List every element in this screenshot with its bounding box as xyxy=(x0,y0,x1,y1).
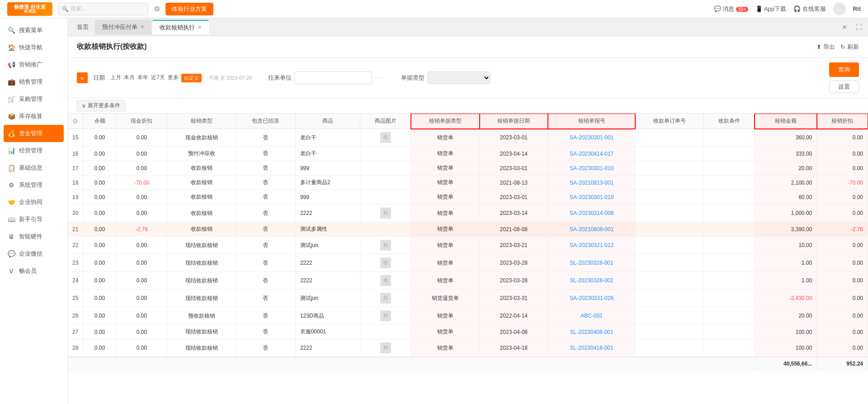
tab-close-all[interactable]: ✕ xyxy=(839,22,850,33)
bill-no-link[interactable]: SA-20230314-008 xyxy=(570,210,613,216)
bill-no-link[interactable]: SA-20230301-010 xyxy=(570,194,613,200)
row-cash-discount: 0.00 xyxy=(116,147,167,161)
row-receipt-order-no xyxy=(635,129,704,147)
sidebar-item-label: 企业协同 xyxy=(19,198,42,206)
col-included-settled: 包含已结清 xyxy=(236,114,295,129)
bill-no-link[interactable]: SL-20230328-002 xyxy=(570,277,613,284)
counterparty-input[interactable] xyxy=(294,71,372,84)
bill-no-link[interactable]: SL-20230418-001 xyxy=(570,345,613,351)
table-row: 15 0.00 0.00 现金收款核销 否 老白干 图 销货单 2023-03-… xyxy=(68,129,868,147)
sidebar-item-basicinfo[interactable]: 📋 基础信息 xyxy=(0,159,67,176)
date-link-this-year[interactable]: 本年 xyxy=(137,74,148,82)
bill-no-link[interactable]: SL-20230328-001 xyxy=(570,260,613,266)
row-bill-report-type: 销货单 xyxy=(411,325,480,339)
column-settings-icon[interactable]: ⚙ xyxy=(72,118,78,125)
col-bill-date: 核销单据日期 xyxy=(480,114,548,129)
row-bill-date: 2023-04-18 xyxy=(480,339,548,357)
row-goods: 2222 xyxy=(295,254,360,272)
hardware-icon: 🖥 xyxy=(7,233,15,241)
bill-type-select[interactable] xyxy=(427,71,491,84)
row-goods: 2222 xyxy=(295,272,360,290)
search-icon: 🔍 xyxy=(62,6,69,12)
bill-no-link[interactable]: ABC-001 xyxy=(580,313,603,319)
notification-btn[interactable]: 💬 消息 99+ xyxy=(714,5,748,13)
refresh-icon: ↻ xyxy=(840,43,845,50)
app-download-btn[interactable]: 📱 App下载 xyxy=(755,5,786,13)
sidebar-item-hardware[interactable]: 🖥 智能硬件 xyxy=(0,228,67,245)
row-write-off-amount: 2,100.00 xyxy=(755,176,817,190)
sidebar-item-guide[interactable]: 📖 新手引导 xyxy=(0,211,67,228)
tab-prepay[interactable]: 预付冲应付单 ✕ xyxy=(95,20,151,34)
sidebar-item-sales[interactable]: 💼 销售管理 xyxy=(0,73,67,90)
row-write-off-discount: 0.00 xyxy=(817,325,868,339)
global-search[interactable]: 🔍 搜索... xyxy=(58,3,148,15)
row-goods-img: 图 xyxy=(360,290,411,307)
headset-icon: 🎧 xyxy=(793,5,801,12)
row-bill-no: SA-20210813-001 xyxy=(548,176,635,190)
sidebar-item-operations[interactable]: 📊 经营管理 xyxy=(0,142,67,159)
date-custom-btn[interactable]: 自定义 xyxy=(181,74,202,82)
row-receipt-condition xyxy=(704,176,755,190)
avatar[interactable] xyxy=(833,3,846,15)
industry-solution-btn[interactable]: 体验行业方案 xyxy=(165,3,213,15)
sidebar-item-system[interactable]: ⚙ 系统管理 xyxy=(0,176,67,194)
row-write-off-amount: 20.00 xyxy=(755,161,817,176)
sidebar-item-finance[interactable]: 💰 资金管理 xyxy=(4,125,64,142)
sidebar-item-member[interactable]: V 畅会员 xyxy=(0,262,67,280)
sidebar-item-collab[interactable]: 🤝 企业协同 xyxy=(0,194,67,211)
export-btn[interactable]: ⬆ 导出 xyxy=(816,43,835,51)
col-type: 核销类型 xyxy=(167,114,236,129)
date-link-this-month[interactable]: 本月 xyxy=(124,74,135,82)
sidebar-item-wechat[interactable]: 💬 企业微信 xyxy=(0,245,67,262)
row-id: 18 xyxy=(68,176,83,190)
col-goods-img: 商品图片 xyxy=(360,114,411,129)
refresh-btn[interactable]: ↻ 刷新 xyxy=(840,43,859,51)
row-bill-date: 2021-08-13 xyxy=(480,176,548,190)
sidebar-item-label: 智能硬件 xyxy=(19,233,42,241)
tab-writeoff-close[interactable]: ✕ xyxy=(198,24,202,30)
row-type: 收款核销 xyxy=(167,190,236,204)
bill-no-link[interactable]: SA-20230321-012 xyxy=(570,242,613,248)
home-icon: 🏠 xyxy=(7,43,15,52)
tab-writeoff[interactable]: 收款核销执行 ✕ xyxy=(152,20,209,34)
row-write-off-discount: 0.00 xyxy=(817,339,868,357)
row-goods: 2222 xyxy=(295,339,360,357)
table-header-row: ⚙ 余额 现金折扣 核销类型 包含已结清 商品 商品图片 核销单据类型 核销单据… xyxy=(68,114,868,129)
row-type: 预付冲应收 xyxy=(167,147,236,161)
sidebar-item-inventory[interactable]: 📦 库存核算 xyxy=(0,108,67,125)
row-write-off-amount: 1.00 xyxy=(755,254,817,272)
table-row: 28 0.00 0.00 现结收款核销 否 2222 图 销货单 2023-04… xyxy=(68,339,868,357)
bill-no-link[interactable]: SA-20230301-010 xyxy=(570,165,613,171)
date-link-more[interactable]: 更多 xyxy=(168,74,179,82)
tab-prepay-close[interactable]: ✕ xyxy=(140,24,144,30)
bill-no-link[interactable]: SA-20210813-001 xyxy=(570,180,613,186)
gear-icon[interactable]: ⚙ xyxy=(154,5,160,13)
sidebar-item-purchase[interactable]: 🛒 采购管理 xyxy=(0,90,67,108)
bill-no-link[interactable]: SA-20230301-001 xyxy=(570,134,613,141)
table-area[interactable]: ⚙ 余额 现金折扣 核销类型 包含已结清 商品 商品图片 核销单据类型 核销单据… xyxy=(68,114,868,404)
expand-more-btn[interactable]: ∨ 展开更多条件 xyxy=(77,100,125,111)
col-balance: 余额 xyxy=(83,114,116,129)
settings-btn[interactable]: 设置 xyxy=(829,81,859,93)
row-goods-img: 图 xyxy=(360,272,411,290)
member-icon: V xyxy=(7,267,15,275)
query-btn[interactable]: 查询 xyxy=(829,62,859,77)
sidebar-item-label: 基础信息 xyxy=(19,164,42,172)
sidebar-item-search[interactable]: 🔍 搜索菜单 xyxy=(0,22,67,39)
filter-expand-btn[interactable]: » xyxy=(77,72,88,83)
sidebar-item-marketing[interactable]: 📢 营销推广 xyxy=(0,56,67,73)
row-bill-no: SA-20210808-001 xyxy=(548,222,635,237)
bill-no-link[interactable]: SL-20230408-001 xyxy=(570,329,613,335)
sidebar-item-nav[interactable]: 🏠 快捷导航 xyxy=(0,39,67,56)
bill-no-link[interactable]: SA-20230414-017 xyxy=(570,151,613,157)
bill-no-link[interactable]: SA-20210808-001 xyxy=(570,226,613,233)
tab-home[interactable]: 首页 xyxy=(71,23,94,31)
tab-maximize[interactable]: ⛶ xyxy=(854,22,864,33)
bill-no-link[interactable]: SA-20230331-026 xyxy=(570,295,613,301)
date-link-last-month[interactable]: 上月 xyxy=(110,74,121,82)
table-row: 16 0.00 0.00 预付冲应收 否 老白干 销货单 2023-04-14 … xyxy=(68,147,868,161)
app-logo: 畅捷通·好生意 标准版 xyxy=(7,2,52,16)
tab-writeoff-label: 收款核销执行 xyxy=(160,24,195,32)
date-link-7days[interactable]: 近7天 xyxy=(151,74,165,82)
online-support-btn[interactable]: 🎧 在线客服 xyxy=(793,5,826,13)
